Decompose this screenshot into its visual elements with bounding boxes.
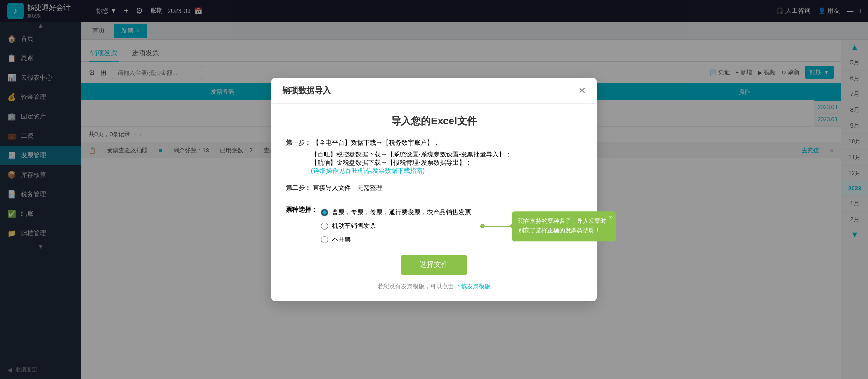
modal-close-btn[interactable]: ✕ [578,85,586,96]
modal-overlay: 销项数据导入 ✕ 导入您的Excel文件 第一步： 【全电平台】数据下载→【税务… [0,0,868,379]
radio-group: 普票，专票，卷票，通行费发票，农产品销售发票 机动车销售发票 现在支持的票种多了… [321,208,471,244]
download-tip-text: 若您没有发票模版，可以点击 [377,283,454,289]
radio-option-2[interactable]: 机动车销售发票 现在支持的票种多了，导入发票时别忘了选择正确的发票类型呀！ × [321,222,471,230]
radio-input-2[interactable] [321,223,328,230]
step2-content: 直接导入文件，无需整理 [313,184,382,191]
step1-section: 第一步： 【全电平台】数据下载→【税务数字账户】； 【百旺】税控盘数据下载→【系… [286,139,582,175]
modal-header: 销项数据导入 ✕ [271,78,597,104]
step1-line1: 【全电平台】数据下载→【税务数字账户】； [313,139,439,146]
step2-label: 第二步： [286,184,311,192]
download-tip: 若您没有发票模版，可以点击 下载发票模版 [286,282,582,290]
step1-label: 第一步： [286,139,311,147]
radio-input-1[interactable] [321,209,328,216]
tooltip-close-btn[interactable]: × [609,213,612,223]
step1-line2: 【百旺】税控盘数据下载→【系统设置-系统参数设置-发票批量导入】； [311,151,511,158]
modal-body: 导入您的Excel文件 第一步： 【全电平台】数据下载→【税务数字账户】； 【百… [271,104,597,301]
step2-section: 第二步： 直接导入文件，无需整理 [286,184,582,196]
radio-input-3[interactable] [321,236,328,243]
radio-option-3[interactable]: 不开票 [321,236,471,244]
radio-label-3: 不开票 [332,236,351,244]
step1-link[interactable]: (详细操作见百旺/航信发票数据下载指南) [311,167,425,174]
radio-option-1[interactable]: 普票，专票，卷票，通行费发票，农产品销售发票 [321,208,471,217]
radio-label-1: 普票，专票，卷票，通行费发票，农产品销售发票 [332,208,471,217]
modal-title: 销项数据导入 [282,85,331,96]
download-template-link[interactable]: 下载发票模版 [455,283,491,289]
ticket-type-section: 票种选择： 普票，专票，卷票，通行费发票，农产品销售发票 机动车销售发票 [286,205,582,244]
select-file-button[interactable]: 选择文件 [401,255,467,275]
tooltip-text: 现在支持的票种多了，导入发票时别忘了选择正确的发票类型呀！ [518,218,606,234]
radio-label-2: 机动车销售发票 [332,222,376,230]
tooltip-arrow [507,224,512,228]
import-modal: 销项数据导入 ✕ 导入您的Excel文件 第一步： 【全电平台】数据下载→【税务… [271,78,597,301]
modal-main-title: 导入您的Excel文件 [286,114,582,128]
tooltip-container: 现在支持的票种多了，导入发票时别忘了选择正确的发票类型呀！ × [480,211,616,241]
ticket-label: 票种选择： [286,206,317,214]
tooltip-dot [480,224,485,228]
step1-line3: 【航信】金税盘数据下载→【报税管理-发票数据导出】； [311,159,472,166]
tooltip-bubble: 现在支持的票种多了，导入发票时别忘了选择正确的发票类型呀！ × [512,211,616,241]
guide-link[interactable]: (详细操作见百旺/航信发票数据下载指南) [311,167,425,174]
